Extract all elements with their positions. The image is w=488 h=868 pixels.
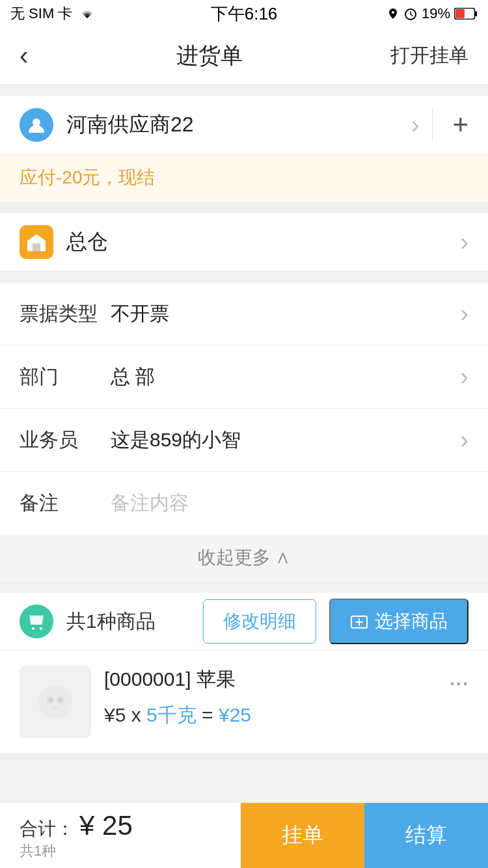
sep1 bbox=[0, 85, 488, 96]
back-button[interactable]: ‹ bbox=[20, 41, 28, 70]
product-total: ¥25 bbox=[219, 704, 251, 726]
status-left: 无 SIM 卡 bbox=[10, 4, 97, 23]
sep2 bbox=[0, 202, 488, 213]
product-name: [0000001] 苹果 bbox=[104, 666, 436, 693]
warehouse-building-icon bbox=[26, 232, 47, 252]
supplier-avatar bbox=[20, 108, 53, 142]
product-code: [0000001] bbox=[104, 668, 191, 690]
svg-rect-3 bbox=[455, 9, 465, 18]
status-bar: 无 SIM 卡 下午6:16 19% bbox=[0, 0, 488, 27]
svg-point-9 bbox=[38, 685, 73, 720]
product-count-text: 共1种商品 bbox=[66, 608, 190, 635]
sep4 bbox=[0, 581, 488, 593]
invoice-type-row[interactable]: 票据类型 不开票 › bbox=[0, 282, 488, 345]
sim-indicator: 无 SIM 卡 bbox=[10, 4, 72, 23]
warehouse-icon bbox=[20, 225, 53, 259]
edit-detail-button[interactable]: 修改明细 bbox=[203, 599, 316, 644]
supplier-name: 河南供应商22 bbox=[66, 111, 411, 139]
department-value: 总 部 bbox=[104, 364, 460, 390]
wifi-icon bbox=[77, 7, 97, 21]
total-count: 共1种 bbox=[20, 841, 221, 861]
status-right: 19% bbox=[386, 5, 478, 22]
product-title: 苹果 bbox=[197, 668, 236, 690]
remark-input[interactable]: 备注内容 bbox=[104, 490, 468, 517]
person-icon bbox=[26, 115, 47, 135]
svg-rect-5 bbox=[33, 243, 40, 251]
total-amount: ¥ 25 bbox=[79, 810, 133, 841]
svg-point-6 bbox=[32, 627, 34, 630]
status-time: 下午6:16 bbox=[211, 3, 278, 25]
product-more-button[interactable]: ··· bbox=[449, 666, 468, 738]
battery-text: 19% bbox=[422, 5, 450, 22]
price-equals: = bbox=[202, 704, 219, 726]
open-hang-button[interactable]: 打开挂单 bbox=[390, 42, 468, 69]
product-unit-price: ¥5 bbox=[104, 704, 126, 726]
remark-row[interactable]: 备注 备注内容 bbox=[0, 472, 488, 534]
salesperson-value: 这是859的小智 bbox=[104, 427, 460, 454]
notice-bar: 应付-20元，现结 bbox=[0, 154, 488, 202]
remark-label: 备注 bbox=[20, 490, 104, 517]
warehouse-name: 总仓 bbox=[66, 228, 460, 256]
salesperson-row[interactable]: 业务员 这是859的小智 › bbox=[0, 409, 488, 471]
svg-point-7 bbox=[40, 627, 42, 630]
select-product-icon bbox=[350, 612, 368, 631]
form-section: 票据类型 不开票 › 部门 总 部 › 业务员 这是859的小智 › 备注 备注… bbox=[0, 282, 488, 534]
supplier-row[interactable]: 河南供应商22 › + bbox=[0, 96, 488, 154]
salesperson-chevron-icon: › bbox=[460, 426, 468, 454]
product-quantity: 5千克 bbox=[146, 704, 197, 726]
svg-rect-2 bbox=[475, 11, 477, 16]
owl-logo-icon bbox=[36, 683, 75, 722]
invoice-chevron-icon: › bbox=[460, 300, 468, 328]
product-thumbnail bbox=[20, 666, 91, 738]
divider bbox=[432, 109, 433, 141]
hang-button[interactable]: 挂单 bbox=[241, 803, 364, 868]
product-info: [0000001] 苹果 ¥5 x 5千克 = ¥25 bbox=[104, 666, 436, 738]
product-section-icon bbox=[20, 604, 53, 638]
alarm-icon bbox=[403, 7, 418, 21]
bottom-total: 合计： ¥ 25 共1种 bbox=[0, 810, 241, 861]
location-icon bbox=[386, 7, 400, 20]
supplier-section: 河南供应商22 › + 应付-20元，现结 bbox=[0, 96, 488, 202]
product-item: [0000001] 苹果 ¥5 x 5千克 = ¥25 ··· bbox=[0, 651, 488, 753]
nav-bar: ‹ 进货单 打开挂单 bbox=[0, 27, 488, 85]
warehouse-chevron-icon: › bbox=[460, 228, 468, 256]
total-line: 合计： ¥ 25 bbox=[20, 810, 221, 841]
product-header: 共1种商品 修改明细 选择商品 bbox=[0, 593, 488, 650]
total-label: 合计： bbox=[20, 817, 74, 841]
select-product-button[interactable]: 选择商品 bbox=[329, 599, 468, 644]
select-product-label: 选择商品 bbox=[375, 609, 448, 634]
warehouse-section: 总仓 › bbox=[0, 213, 488, 271]
department-label: 部门 bbox=[20, 364, 104, 390]
collapse-row[interactable]: 收起更多 ∧ bbox=[0, 534, 488, 581]
warehouse-row[interactable]: 总仓 › bbox=[0, 213, 488, 271]
shopping-icon bbox=[27, 612, 46, 631]
invoice-type-value: 不开票 bbox=[104, 301, 460, 327]
invoice-type-label: 票据类型 bbox=[20, 301, 104, 327]
product-price-row: ¥5 x 5千克 = ¥25 bbox=[104, 702, 436, 729]
bottom-bar: 合计： ¥ 25 共1种 挂单 结算 bbox=[0, 803, 488, 868]
price-times: x bbox=[131, 704, 146, 726]
page-title: 进货单 bbox=[176, 41, 243, 71]
add-supplier-button[interactable]: + bbox=[452, 109, 468, 141]
supplier-chevron-icon: › bbox=[411, 111, 420, 139]
department-row[interactable]: 部门 总 部 › bbox=[0, 346, 488, 408]
department-chevron-icon: › bbox=[460, 363, 468, 391]
battery-icon bbox=[454, 8, 478, 20]
settle-button[interactable]: 结算 bbox=[364, 803, 488, 868]
salesperson-label: 业务员 bbox=[20, 427, 104, 454]
sep3 bbox=[0, 271, 488, 282]
